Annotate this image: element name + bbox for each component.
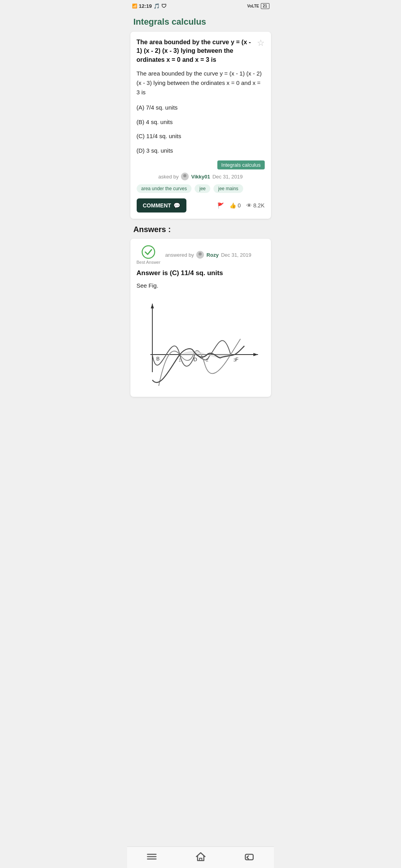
best-answer-badge: Best Answer <box>137 245 161 265</box>
action-row: COMMENT 💬 🚩 👍 0 👁 8.2K <box>137 198 265 212</box>
like-count: 0 <box>238 202 241 209</box>
thumbs-up-icon: 👍 <box>229 202 236 209</box>
option-a: (A) 7/4 sq. units <box>137 103 265 112</box>
view-action: 👁 8.2K <box>246 202 265 209</box>
action-icons: 🚩 👍 0 👁 8.2K <box>217 202 265 209</box>
answered-label: answered by <box>165 252 194 258</box>
battery-indicator: 21 <box>261 3 269 9</box>
music-icon: 🎵 <box>154 3 160 9</box>
option-d: (D) 3 sq. units <box>137 146 265 155</box>
status-bar: 📶 12:19 🎵 🛡 VoLTE 21 <box>127 0 274 11</box>
answerer-avatar <box>196 251 204 259</box>
tag-row: Integrals calculus <box>137 160 265 169</box>
status-right: VoLTE 21 <box>247 3 269 9</box>
chips-row: area under the curves jee jee mains <box>137 184 265 193</box>
asked-row: asked by Vikky01 Dec 31, 2019 <box>137 173 265 180</box>
graph-container: B D F 1 2 3 <box>137 297 265 391</box>
status-time: 12:19 <box>139 3 152 9</box>
back-nav-button[interactable] <box>242 851 257 863</box>
chip-jee-mains[interactable]: jee mains <box>213 184 243 193</box>
svg-text:B: B <box>156 356 160 362</box>
answer-body: See Fig. <box>137 281 265 290</box>
answered-date: Dec 31, 2019 <box>221 252 251 258</box>
volte-label: VoLTE <box>247 4 259 8</box>
flag-icon: 🚩 <box>217 202 224 209</box>
eye-icon: 👁 <box>246 202 252 209</box>
answer-graph: B D F 1 2 3 <box>137 300 266 386</box>
subject-tag[interactable]: Integrals calculus <box>217 160 264 169</box>
comment-label: COMMENT <box>143 202 171 209</box>
status-left: 📶 12:19 🎵 🛡 <box>132 3 166 9</box>
bookmark-icon[interactable]: ☆ <box>257 38 265 48</box>
comment-button[interactable]: COMMENT 💬 <box>137 198 186 212</box>
svg-point-0 <box>142 246 155 258</box>
answer-title: Answer is (C) 11/4 sq. units <box>137 269 265 277</box>
comment-icon: 💬 <box>173 202 180 209</box>
like-action[interactable]: 👍 0 <box>229 202 241 209</box>
answerer-name[interactable]: Rozy <box>206 252 219 258</box>
bottom-nav <box>127 846 274 868</box>
asker-avatar <box>181 173 189 180</box>
asked-date: Dec 31, 2019 <box>212 174 242 180</box>
svg-marker-4 <box>253 353 258 356</box>
svg-text:D: D <box>193 357 197 362</box>
svg-text:1: 1 <box>179 358 181 362</box>
question-card: The area bounded by the curve y = (x - 1… <box>130 32 271 219</box>
asker-name[interactable]: Vikky01 <box>191 174 210 180</box>
svg-text:3: 3 <box>233 358 236 362</box>
home-nav-button[interactable] <box>193 851 208 863</box>
svg-marker-3 <box>151 304 154 308</box>
answer-card: Best Answer answered by Rozy Dec 31, 201… <box>130 239 271 397</box>
question-title: The area bounded by the curve y = (x - 1… <box>137 38 257 64</box>
question-header: The area bounded by the curve y = (x - 1… <box>137 38 265 64</box>
tag-area: Integrals calculus asked by Vikky01 Dec … <box>137 160 265 212</box>
signal-icon: 📶 <box>132 4 137 9</box>
svg-rect-14 <box>199 858 202 861</box>
svg-text:F: F <box>235 357 238 362</box>
best-answer-row: Best Answer answered by Rozy Dec 31, 201… <box>137 245 265 265</box>
answers-section-title: Answers : <box>127 225 274 239</box>
option-c: (C) 11/4 sq. units <box>137 132 265 141</box>
chip-jee[interactable]: jee <box>195 184 210 193</box>
chip-area-under-curves[interactable]: area under the curves <box>137 184 192 193</box>
svg-text:2: 2 <box>206 358 208 362</box>
option-b: (B) 4 sq. units <box>137 118 265 127</box>
flag-action[interactable]: 🚩 <box>217 202 224 209</box>
answered-by: answered by Rozy Dec 31, 2019 <box>165 251 251 259</box>
svg-rect-15 <box>245 854 253 860</box>
question-body: The area bounded by the curve y = (x - 1… <box>137 69 265 97</box>
view-count: 8.2K <box>253 202 265 209</box>
best-answer-label: Best Answer <box>137 260 161 265</box>
check-icon <box>141 245 155 259</box>
menu-nav-button[interactable] <box>144 851 159 863</box>
vpn-icon: 🛡 <box>161 3 166 9</box>
asked-label: asked by <box>158 174 179 180</box>
page-title: Integrals calculus <box>127 11 274 32</box>
